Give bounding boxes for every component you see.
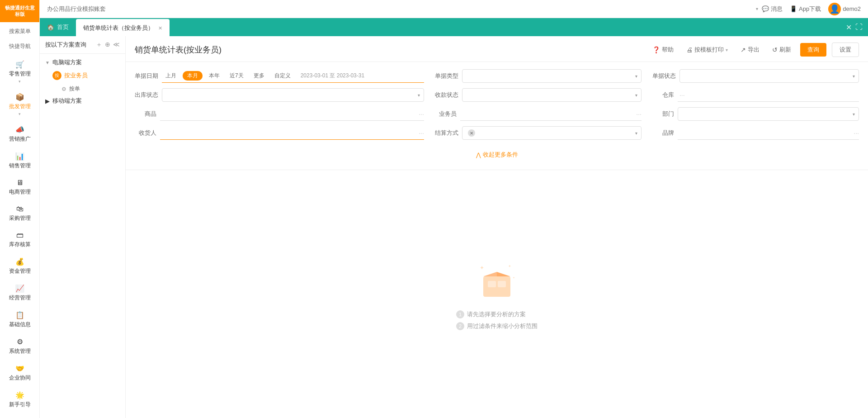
sidebar-item-marketing[interactable]: 📣 营销推广 xyxy=(0,121,39,147)
sidebar-item-ecommerce[interactable]: 🖥 电商管理 xyxy=(0,174,39,200)
logo: 畅捷通好生意 标版 xyxy=(0,0,39,22)
sales-icon: 📊 xyxy=(15,152,24,161)
product-input[interactable] xyxy=(160,110,417,117)
maximize-icon[interactable]: ⛶ xyxy=(855,23,863,31)
message-icon: 💬 xyxy=(762,5,769,12)
date-btn-thismonth[interactable]: 本月 xyxy=(183,71,203,81)
dept-label: 部门 xyxy=(652,110,678,118)
tab-sales-stat[interactable]: 销货单统计表（按业务员） ✕ xyxy=(76,19,170,37)
doc-status-select[interactable]: ▾ xyxy=(679,69,859,83)
dept-arrow-icon: ▾ xyxy=(853,112,855,117)
inventory-icon: 🗃 xyxy=(16,231,24,239)
sidebar-item-newbie[interactable]: 🌟 新手引导 xyxy=(0,386,39,413)
collapse-button[interactable]: ⋀ 收起更多条件 xyxy=(476,147,518,162)
sidebar-item-operation[interactable]: 📈 经营管理 xyxy=(0,280,39,306)
warehouse-dots[interactable]: ··· xyxy=(679,91,685,99)
filter-doc-type: 单据类型 ▾ xyxy=(435,69,642,83)
payment-method-arrow-icon: ▾ xyxy=(635,131,637,136)
sidebar-search[interactable]: 搜索菜单 xyxy=(0,22,39,39)
help-button[interactable]: ❓ 帮助 xyxy=(649,44,677,56)
date-btn-7days[interactable]: 近7天 xyxy=(226,71,247,81)
filter-dept: 部门 ▾ xyxy=(652,107,859,121)
sidebar-item-retail[interactable]: 🛒 零售管理 ▾ xyxy=(0,56,39,88)
out-status-label: 出库状态 xyxy=(135,91,162,99)
refresh-icon: ↺ xyxy=(772,46,778,53)
purchase-icon: 🛍 xyxy=(16,205,24,213)
sub-item-icon: ⚙ xyxy=(61,86,66,92)
scheme-group-mobile[interactable]: ▶ 移动端方案 xyxy=(40,95,125,107)
sidebar-item-purchase[interactable]: 🛍 采购管理 xyxy=(0,200,39,227)
filter-doc-status: 单据状态 ▾ xyxy=(652,69,859,83)
payment-method-select[interactable]: ✕ ▾ xyxy=(462,126,642,140)
payment-status-arrow-icon: ▾ xyxy=(635,93,637,98)
query-button[interactable]: 查询 xyxy=(800,43,826,57)
svg-text:✦: ✦ xyxy=(508,264,511,268)
sidebar-item-sales[interactable]: 📊 销售管理 xyxy=(0,147,39,174)
collapse-icon: ⋀ xyxy=(476,152,481,158)
topbar-dropdown-icon[interactable]: ▾ xyxy=(756,6,758,11)
staff-dots[interactable]: ··· xyxy=(636,110,642,118)
doc-type-select[interactable]: ▾ xyxy=(462,69,642,83)
sidebar-item-system[interactable]: ⚙ 系统管理 xyxy=(0,333,39,360)
date-btn-lastmonth[interactable]: 上月 xyxy=(162,71,180,81)
page-title: 销货单统计表(按业务员) xyxy=(135,44,222,55)
consignee-dots[interactable]: ··· xyxy=(419,129,424,137)
out-status-select[interactable]: ▾ xyxy=(162,88,424,102)
settings-button[interactable]: 设置 xyxy=(832,43,859,57)
export-button[interactable]: ↗ 导出 xyxy=(737,44,763,56)
filter-staff: 业务员 ··· xyxy=(435,107,642,121)
payment-method-clear-icon[interactable]: ✕ xyxy=(468,129,475,137)
settings-scheme-icon[interactable]: ⊕ xyxy=(105,41,110,49)
tab-home[interactable]: 🏠 首页 xyxy=(40,18,76,36)
sidebar-item-apps[interactable]: 🔲 应用中心 xyxy=(0,413,39,418)
sidebar-item-inventory[interactable]: 🗃 库存核算 xyxy=(0,227,39,253)
brand-dots[interactable]: ··· xyxy=(854,129,859,137)
retail-icon: 🛒 xyxy=(15,60,24,69)
date-btn-thisyear[interactable]: 本年 xyxy=(205,71,223,81)
sidebar-item-wholesale[interactable]: 📦 批发管理 ▾ xyxy=(0,88,39,121)
message-button[interactable]: 💬 消息 xyxy=(762,5,783,13)
system-icon: ⚙ xyxy=(17,337,23,346)
main-area: 办公用品行业模拟账套 ▾ 💬 消息 📱 App下载 👤 demo2 🏠 首页 xyxy=(40,0,868,418)
consignee-input[interactable] xyxy=(160,129,417,136)
dept-select[interactable]: ▾ xyxy=(678,107,859,121)
export-icon: ↗ xyxy=(741,46,746,53)
product-dots[interactable]: ··· xyxy=(419,110,424,118)
add-scheme-icon[interactable]: ＋ xyxy=(96,41,102,49)
doc-status-arrow-icon: ▾ xyxy=(853,74,855,79)
collapse-panel-icon[interactable]: ≪ xyxy=(113,41,120,49)
date-btn-custom[interactable]: 自定义 xyxy=(271,71,294,81)
finance-icon: 💰 xyxy=(15,257,24,266)
refresh-button[interactable]: ↺ 刷新 xyxy=(769,44,795,56)
sidebar-shortcut[interactable]: 快捷导航 xyxy=(0,39,39,52)
sidebar-item-basic[interactable]: 📋 基础信息 xyxy=(0,306,39,333)
svg-rect-2 xyxy=(498,281,506,287)
filter-consignee: 收货人 ··· xyxy=(135,126,424,140)
svg-rect-1 xyxy=(488,281,496,287)
left-panel: 按以下方案查询 ＋ ⊕ ≪ ▼ 电脑端方案 按 按业务员 xyxy=(40,36,126,418)
scheme-sub-item-by-doc[interactable]: ⚙ 按单 xyxy=(40,83,125,95)
print-arrow-icon: ▾ xyxy=(726,48,728,52)
topbar-title: 办公用品行业模拟账套 xyxy=(47,5,752,13)
close-window-icon[interactable]: ✕ xyxy=(846,23,852,32)
sidebar-item-finance[interactable]: 💰 资金管理 xyxy=(0,253,39,280)
tab-close-icon[interactable]: ✕ xyxy=(158,25,162,31)
wholesale-icon: 📦 xyxy=(15,93,24,101)
help-icon: ❓ xyxy=(652,46,660,53)
payment-status-select[interactable]: ▾ xyxy=(462,88,642,102)
left-panel-header: 按以下方案查询 ＋ ⊕ ≪ xyxy=(40,36,125,54)
template-print-button[interactable]: 🖨 按模板打印 ▾ xyxy=(683,44,731,56)
filter-payment-method: 结算方式 ✕ ▾ xyxy=(435,126,642,140)
consignee-label: 收货人 xyxy=(135,129,160,137)
date-btn-more[interactable]: 更多 xyxy=(250,71,268,81)
newbie-icon: 🌟 xyxy=(15,391,24,399)
scheme-group-pc[interactable]: ▼ 电脑端方案 xyxy=(40,57,125,68)
scheme-item-by-staff[interactable]: 按 按业务员 xyxy=(40,68,125,83)
user-menu-button[interactable]: 👤 demo2 xyxy=(828,3,861,15)
app-download-button[interactable]: 📱 App下载 xyxy=(790,5,821,13)
filter-row-3: 商品 ··· 业务员 ··· xyxy=(135,107,859,121)
staff-input[interactable] xyxy=(460,110,634,117)
brand-input[interactable] xyxy=(678,129,852,136)
basic-icon: 📋 xyxy=(15,311,24,319)
sidebar-item-enterprise[interactable]: 🤝 企业协同 xyxy=(0,360,39,386)
